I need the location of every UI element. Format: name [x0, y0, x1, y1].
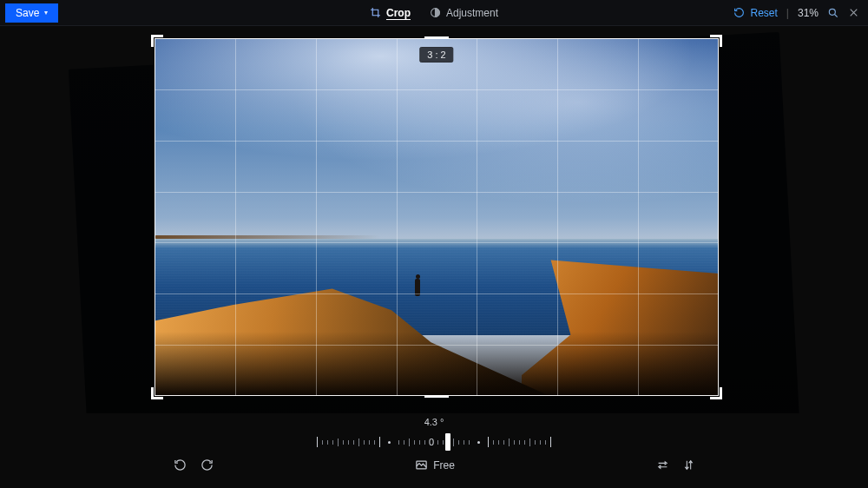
- person-silhouette: [414, 274, 421, 299]
- zoom-icon[interactable]: [827, 7, 839, 19]
- crop-handle-top-right[interactable]: [710, 35, 722, 47]
- crop-handle-top-left[interactable]: [151, 35, 163, 47]
- rotate-cw-button[interactable]: [201, 458, 214, 472]
- reset-icon: [733, 7, 745, 18]
- tab-adjustment[interactable]: Adjustment: [428, 3, 500, 23]
- tab-adjustment-label: Adjustment: [446, 7, 498, 19]
- aspect-mode-label: Free: [433, 459, 455, 472]
- chevron-down-icon: ▾: [44, 9, 48, 16]
- zoom-level: 31%: [798, 7, 819, 19]
- tab-crop[interactable]: Crop: [368, 3, 412, 23]
- top-toolbar: Save ▾ Crop Adjustment Res: [0, 0, 868, 26]
- crop-icon: [370, 7, 381, 18]
- crop-handle-bottom[interactable]: [424, 395, 449, 398]
- reset-button[interactable]: Reset: [733, 7, 777, 19]
- close-button[interactable]: [848, 7, 859, 18]
- aspect-ratio-button[interactable]: Free: [415, 458, 455, 472]
- flip-vertical-button[interactable]: [683, 458, 694, 472]
- rotate-ccw-button[interactable]: [174, 458, 187, 472]
- separator: |: [786, 7, 789, 19]
- save-button[interactable]: Save ▾: [5, 3, 58, 23]
- crop-handle-bottom-right[interactable]: [710, 387, 722, 399]
- aspect-ratio-value: 3 : 2: [427, 49, 445, 60]
- reset-label: Reset: [750, 7, 777, 19]
- bottom-controls: 4.3 ° 0: [0, 413, 868, 488]
- tab-crop-label: Crop: [386, 7, 411, 19]
- crop-handle-bottom-left[interactable]: [151, 387, 163, 399]
- mode-tabs: Crop Adjustment: [368, 0, 500, 25]
- crop-tool-row: Free: [139, 457, 729, 473]
- crop-handle-top[interactable]: [424, 36, 449, 39]
- adjustment-icon: [430, 7, 441, 18]
- flip-horizontal-button[interactable]: [656, 459, 669, 471]
- ruler-ticks-left: [317, 437, 425, 447]
- rotation-angle-label: 4.3 °: [424, 417, 444, 427]
- svg-point-1: [829, 9, 835, 15]
- rotation-handle[interactable]: [445, 433, 450, 451]
- ruler-zero-label: 0: [429, 437, 434, 447]
- ruler-ticks-right: [437, 437, 551, 447]
- aspect-ratio-badge[interactable]: 3 : 2: [419, 47, 453, 63]
- top-right-controls: Reset | 31%: [733, 7, 868, 19]
- crop-region[interactable]: 3 : 2: [155, 38, 719, 396]
- photo-preview: [155, 38, 719, 396]
- save-label: Save: [16, 7, 39, 19]
- editor-canvas: 3 : 2: [0, 26, 868, 413]
- rotation-ruler[interactable]: 0: [291, 434, 577, 450]
